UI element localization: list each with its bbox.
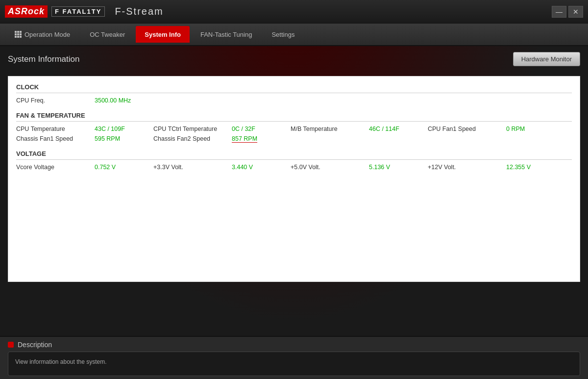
cpu-tctrl-label: CPU TCtrl Temperature — [153, 126, 232, 132]
clock-rows: CPU Freq. 3500.00 MHz — [16, 97, 572, 104]
tab-fan-tuning[interactable]: FAN-Tastic Tuning — [192, 26, 261, 43]
cpu-temp-label: CPU Temperature — [16, 126, 95, 132]
table-row: Vcore Voltage 0.752 V +3.3V Volt. 3.440 … — [16, 164, 572, 171]
v50-label: +5.0V Volt. — [291, 164, 369, 171]
asrock-logo: ASRock — [5, 5, 48, 18]
nav-bar: Operation Mode OC Tweaker System Info FA… — [0, 24, 588, 46]
section-title: System Information — [8, 54, 79, 64]
minimize-button[interactable]: — — [552, 6, 566, 18]
tab-system-info[interactable]: System Info — [136, 26, 190, 43]
hardware-monitor-button[interactable]: Hardware Monitor — [513, 52, 580, 66]
tab-oc-tweaker[interactable]: OC Tweaker — [81, 26, 134, 43]
fatality-logo: F FATAL1TY — [51, 6, 105, 17]
v33-label: +3.3V Volt. — [153, 164, 232, 171]
description-box: View information about the system. — [8, 352, 580, 376]
v50-value: 5.136 V — [369, 164, 428, 171]
grid-icon — [15, 31, 22, 38]
v12-label: +12V Volt. — [428, 164, 506, 171]
tab-system-info-label: System Info — [145, 31, 181, 38]
mb-temp-value: 46C / 114F — [369, 126, 428, 132]
v33-value: 3.440 V — [232, 164, 291, 171]
vcore-value: 0.752 V — [95, 164, 153, 171]
fstream-title: F-Stream — [115, 6, 163, 17]
chassis-fan1-label: Chassis Fan1 Speed — [16, 135, 95, 142]
tab-fan-tuning-label: FAN-Tastic Tuning — [200, 31, 252, 38]
mb-temp-label: M/B Temperature — [291, 126, 369, 132]
v12-value: 12.355 V — [506, 164, 565, 171]
cpu-tctrl-value: 0C / 32F — [232, 126, 291, 132]
title-bar: ASRock F FATAL1TY F-Stream — ✕ — [0, 0, 588, 24]
table-row: CPU Freq. 3500.00 MHz — [16, 97, 572, 104]
cpu-temp-value: 43C / 109F — [95, 126, 153, 132]
tab-settings[interactable]: Settings — [263, 26, 303, 43]
table-row: CPU Temperature 43C / 109F CPU TCtrl Tem… — [16, 126, 572, 132]
fan-temp-rows: CPU Temperature 43C / 109F CPU TCtrl Tem… — [16, 126, 572, 142]
logo-area: ASRock F FATAL1TY F-Stream — [5, 5, 164, 18]
tab-operation-mode-label: Operation Mode — [24, 31, 70, 38]
description-header: Description — [8, 341, 580, 349]
cpu-fan1-value: 0 RPM — [506, 126, 565, 132]
cpu-fan1-label: CPU Fan1 Speed — [428, 126, 506, 132]
tab-settings-label: Settings — [271, 31, 294, 38]
content-area: System Information Hardware Monitor CLOC… — [0, 46, 588, 336]
vcore-label: Vcore Voltage — [16, 164, 95, 171]
tab-oc-tweaker-label: OC Tweaker — [90, 31, 125, 38]
cpu-freq-value: 3500.00 MHz — [95, 97, 153, 104]
voltage-rows: Vcore Voltage 0.752 V +3.3V Volt. 3.440 … — [16, 164, 572, 171]
chassis-fan2-label: Chassis Fan2 Speed — [153, 135, 232, 142]
info-panel: CLOCK CPU Freq. 3500.00 MHz FAN & TEMPER… — [8, 76, 580, 282]
description-title: Description — [18, 341, 52, 349]
voltage-section: VOLTAGE Vcore Voltage 0.752 V +3.3V Volt… — [16, 150, 572, 171]
chassis-fan2-value: 857 RPM — [232, 135, 291, 142]
fan-temp-section: FAN & TEMPERATURE CPU Temperature 43C / … — [16, 112, 572, 142]
description-bar: Description View information about the s… — [0, 336, 588, 379]
chassis-fan1-value: 595 RPM — [95, 135, 153, 142]
desc-dot-icon — [8, 342, 14, 348]
cpu-freq-label: CPU Freq. — [16, 97, 95, 104]
clock-section-title: CLOCK — [16, 83, 572, 93]
close-button[interactable]: ✕ — [568, 6, 583, 18]
window-controls: — ✕ — [552, 6, 583, 18]
table-row: Chassis Fan1 Speed 595 RPM Chassis Fan2 … — [16, 135, 572, 142]
section-header: System Information Hardware Monitor — [8, 52, 580, 66]
tab-operation-mode[interactable]: Operation Mode — [6, 26, 79, 43]
description-text: View information about the system. — [15, 358, 107, 365]
voltage-section-title: VOLTAGE — [16, 150, 572, 160]
clock-section: CLOCK CPU Freq. 3500.00 MHz — [16, 83, 572, 104]
fan-temp-section-title: FAN & TEMPERATURE — [16, 112, 572, 122]
